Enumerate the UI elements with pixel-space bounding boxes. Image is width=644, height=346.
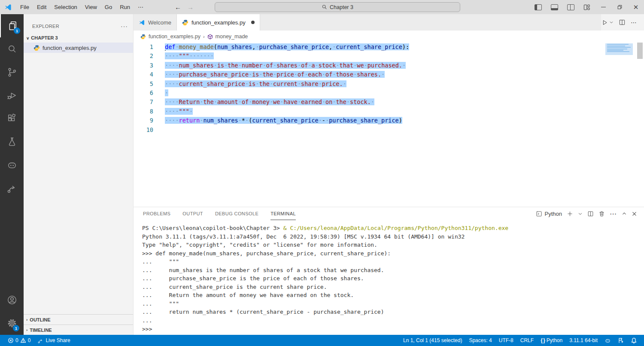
search-icon — [6, 43, 18, 55]
python-interpreter[interactable]: 3.11.1 64-bit — [566, 335, 601, 346]
menu-view[interactable]: View — [81, 3, 101, 12]
copilot-icon — [6, 159, 18, 171]
split-editor-button[interactable] — [619, 19, 626, 26]
terminal-icon — [536, 211, 542, 217]
new-terminal-button[interactable] — [567, 211, 573, 217]
trash-icon — [598, 211, 605, 217]
activity-testing-button[interactable] — [0, 130, 24, 153]
panel-more-actions-button[interactable]: ⋯ — [610, 210, 617, 218]
tab-debug-console[interactable]: DEBUG CONSOLE — [215, 207, 258, 220]
toggle-panel-icon[interactable] — [546, 0, 562, 14]
copilot-icon — [605, 337, 611, 344]
problems-indicator[interactable]: 0 0 — [4, 335, 34, 346]
settings-button[interactable]: 1 — [0, 312, 24, 335]
folder-chapter-3[interactable]: ∨ CHAPTER 3 — [24, 33, 133, 43]
terminal-profile[interactable]: Python — [536, 211, 562, 217]
customize-layout-icon[interactable] — [579, 0, 595, 14]
vscode-icon — [139, 19, 145, 26]
menu-more[interactable]: ⋯ — [134, 3, 147, 12]
vscode-logo-icon — [4, 3, 12, 11]
code-line[interactable]: 1def·money_made(num_shares,·purchase_sha… — [134, 43, 644, 52]
toggle-sidebar-icon[interactable] — [530, 0, 546, 14]
menu-selection[interactable]: Selection — [50, 3, 81, 12]
line-number: 3 — [134, 61, 153, 70]
tab-welcome[interactable]: Welcome — [134, 14, 177, 31]
menu-go[interactable]: Go — [101, 3, 116, 12]
breadcrumb-file[interactable]: function_examples.py — [149, 34, 200, 40]
go-back-button[interactable]: ← — [175, 3, 181, 11]
indentation-setting[interactable]: Spaces: 4 — [465, 335, 495, 346]
command-center-search[interactable]: Chapter 3 — [215, 2, 460, 12]
activity-extensions-button[interactable] — [0, 107, 24, 130]
code-line[interactable]: 6· — [134, 89, 644, 98]
activity-search-button[interactable] — [0, 37, 24, 61]
line-number: 8 — [134, 107, 153, 116]
minimap[interactable] — [605, 43, 633, 55]
terminal-output[interactable]: PS C:\Users\leona\copilot-book\Chapter 3… — [134, 220, 644, 335]
chevron-down-icon — [578, 211, 583, 216]
terminal-line: ... Return the amount of money we have e… — [142, 291, 644, 300]
notifications-button[interactable] — [627, 335, 641, 346]
code-line[interactable]: 7····Return·the·amount·of·money·we·have·… — [134, 98, 644, 107]
run-button[interactable] — [601, 19, 614, 26]
file-function-examples[interactable]: function_examples.py — [24, 43, 133, 53]
maximize-panel-button[interactable] — [622, 211, 627, 216]
line-number: 6 — [134, 89, 153, 98]
split-editor-icon — [619, 19, 626, 26]
toggle-secondary-sidebar-icon[interactable] — [562, 0, 579, 14]
copilot-status-button[interactable] — [601, 335, 614, 346]
activity-run-debug-button[interactable] — [0, 84, 24, 107]
accounts-button[interactable] — [0, 288, 24, 312]
search-icon — [322, 4, 327, 10]
code-line[interactable]: 4····purchase_share_price·is·the·price·o… — [134, 70, 644, 79]
close-window-button[interactable]: ✕ — [628, 0, 644, 14]
code-line[interactable]: 3····num_shares·is·the·number·of·shares·… — [134, 61, 644, 70]
encoding-setting[interactable]: UTF-8 — [495, 335, 517, 346]
eol-setting[interactable]: CRLF — [517, 335, 537, 346]
tab-output[interactable]: OUTPUT — [182, 207, 203, 220]
explorer-badge: 1 — [14, 28, 20, 34]
kill-terminal-button[interactable] — [598, 211, 605, 217]
symbol-namespace-icon — [207, 34, 213, 40]
activity-explorer-button[interactable]: 1 — [0, 14, 24, 37]
menu-edit[interactable]: Edit — [33, 3, 50, 12]
editor-scrollbar[interactable] — [637, 43, 643, 59]
menu-run[interactable]: Run — [116, 3, 134, 12]
activity-source-control-button[interactable] — [0, 61, 24, 84]
tab-problems[interactable]: PROBLEMS — [143, 207, 170, 220]
python-icon — [182, 19, 188, 26]
terminal-line: ... return num_shares * (current_share_p… — [142, 308, 644, 316]
code-line[interactable]: 10 — [134, 126, 644, 135]
restore-button[interactable] — [611, 0, 628, 14]
code-line[interactable]: 8····"""· — [134, 107, 644, 116]
go-forward-button[interactable]: → — [187, 3, 194, 11]
outline-section[interactable]: › OUTLINE — [24, 314, 133, 325]
run-and-debug-icon — [6, 90, 18, 101]
tab-function-examples[interactable]: function_examples.py — [177, 14, 260, 31]
cursor-position[interactable]: Ln 1, Col 1 (415 selected) — [400, 335, 465, 346]
extensions-icon — [6, 113, 18, 124]
close-panel-button[interactable] — [632, 211, 637, 217]
menu-file[interactable]: File — [16, 3, 33, 12]
tab-terminal[interactable]: TERMINAL — [270, 207, 296, 220]
explorer-more-actions-icon[interactable]: ··· — [121, 23, 128, 30]
timeline-section[interactable]: › TIMELINE — [24, 325, 133, 335]
code-line[interactable]: 5····current_share_price·is·the·current·… — [134, 80, 644, 89]
modified-dot-icon[interactable] — [251, 21, 255, 24]
terminal-dropdown-button[interactable] — [578, 211, 583, 216]
chevron-down-icon: ∨ — [26, 36, 29, 40]
breadcrumb-symbol[interactable]: money_made — [216, 34, 248, 40]
activity-copilot-button[interactable] — [0, 153, 24, 177]
code-line[interactable]: 2····"""······· — [134, 52, 644, 61]
activity-live-share-button[interactable] — [0, 177, 24, 200]
minimize-button[interactable] — [595, 0, 611, 14]
feedback-button[interactable] — [614, 335, 627, 346]
editor-more-actions-button[interactable]: ⋯ — [631, 19, 637, 26]
terminal-line: >>> — [142, 325, 644, 334]
sidebar-title: EXPLORER — [32, 24, 59, 29]
code-editor[interactable]: 1def·money_made(num_shares,·purchase_sha… — [134, 43, 644, 207]
language-mode[interactable]: { }Python — [537, 335, 566, 346]
split-terminal-button[interactable] — [587, 211, 594, 217]
code-line[interactable]: 9····return·num_shares·*·(current_share_… — [134, 116, 644, 125]
live-share-button[interactable]: Live Share — [34, 335, 73, 346]
